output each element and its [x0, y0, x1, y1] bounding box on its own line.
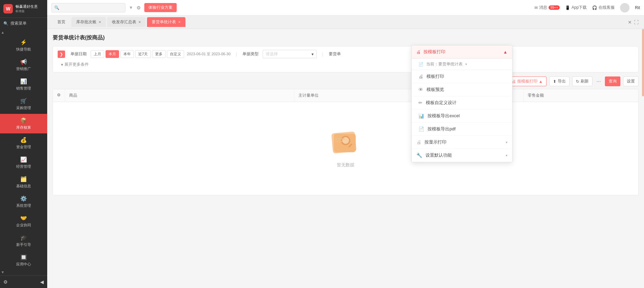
sidebar-item-system[interactable]: ⚙️ 系统管理: [0, 192, 47, 212]
default-settings-left: 🔧 设置默认功能: [416, 152, 452, 158]
sales-icon: 📊: [20, 78, 27, 85]
empty-text: 暂无数据: [337, 162, 354, 168]
user-avatar[interactable]: [620, 3, 630, 12]
settings-icon[interactable]: ⚙: [3, 279, 8, 285]
online-service-label: 在线客服: [598, 5, 615, 10]
dropdown-item-template-design[interactable]: ✏ 模板自定义设计: [412, 96, 512, 109]
expand-icon: ▾: [61, 62, 63, 67]
date-btn-custom[interactable]: 自定义: [167, 50, 184, 58]
messages-btn[interactable]: ✉ 消息 99++: [534, 5, 560, 10]
type-filter-select[interactable]: 请选择 ▾: [263, 50, 317, 58]
empty-magnifier: [341, 136, 350, 145]
industry-solution-btn[interactable]: 体验行业方案: [144, 3, 177, 12]
filter-toggle-btn[interactable]: ❯: [58, 51, 65, 58]
date-btn-more[interactable]: 更多: [152, 50, 166, 58]
type-filter-value: 请选择: [266, 51, 278, 57]
dropdown-item-template-preview[interactable]: 👁 模板预览: [412, 83, 512, 96]
tab-home-label: 首页: [57, 19, 65, 25]
empty-line2: [335, 141, 342, 142]
dropdown-header-left: 🖨 按模板打印: [416, 49, 445, 55]
notif-badge: 99++: [549, 5, 560, 10]
date-btn-last-month[interactable]: 上月: [91, 50, 104, 58]
settings-btn[interactable]: 设置: [623, 76, 639, 86]
col-settings[interactable]: ⚙: [53, 89, 65, 102]
query-btn[interactable]: 查询: [605, 76, 620, 86]
filter-expand-toggle[interactable]: ❯: [58, 51, 65, 58]
scroll-down-btn[interactable]: ▼: [0, 269, 5, 276]
system-icon: ⚙️: [20, 195, 27, 202]
template-print-label: 模板打印: [427, 73, 444, 79]
printer-header-icon: 🖨: [416, 50, 421, 55]
purchase-label: 采购管理: [16, 105, 31, 110]
current-doc-icon: 📄: [418, 62, 423, 67]
tab-order-stats[interactable]: 要货单统计表 ✕: [147, 17, 185, 27]
topbar-search-box[interactable]: 🔍: [51, 3, 125, 12]
print-arrow-icon: ▲: [539, 79, 543, 84]
right-scrollbar[interactable]: [642, 29, 644, 96]
current-template-label: 当前：要货单统计表: [426, 61, 463, 67]
sidebar-item-basics[interactable]: 🗂️ 基础信息: [0, 172, 47, 192]
topbar-gear-icon[interactable]: ⚙: [137, 5, 141, 10]
expand-more-btn[interactable]: ▾ 展开更多条件: [58, 60, 634, 69]
sidebar-item-inventory[interactable]: 📦 库存核算: [0, 114, 47, 133]
tab-inventory-batch[interactable]: 库存批次账 ✕: [71, 17, 106, 27]
sidebar-item-guide[interactable]: 🎓 新手引导: [0, 231, 47, 251]
guide-icon: 🎓: [20, 234, 27, 241]
toolbar-more-btn[interactable]: ···: [595, 78, 602, 85]
tab-receipts-summary[interactable]: 收发存汇总表 ✕: [107, 17, 146, 27]
sidebar-item-purchase[interactable]: 🛒 采购管理: [0, 94, 47, 114]
app-name: 畅赢通好生意: [16, 4, 38, 9]
dropdown-item-template-print[interactable]: 🖨 模板打印: [412, 70, 512, 83]
marketing-icon: 📢: [20, 59, 27, 65]
date-btn-this-year[interactable]: 本年: [120, 50, 134, 58]
dropdown-sub-display-print[interactable]: 🖨 按显示打印 ▾: [412, 136, 512, 149]
dropdown-item-export-pdf[interactable]: 📄 按模板导出pdf: [412, 123, 512, 136]
export-pdf-icon: 📄: [418, 126, 424, 132]
dropdown-item-export-excel[interactable]: 📊 按模板导出excel: [412, 109, 512, 123]
tab-close-all-icon[interactable]: ✕: [628, 20, 632, 25]
date-btn-7days[interactable]: 近7天: [135, 50, 151, 58]
refresh-btn[interactable]: ↻ 刷新: [572, 76, 592, 86]
filter-bar: ❯ 单据日期 上月 本月 本年 近7天 更多 自定义 2023-06-01 至 …: [53, 46, 639, 72]
filter-expand-row: ▾ 展开更多条件: [58, 60, 634, 69]
collapse-icon[interactable]: ◀: [40, 279, 44, 285]
print-template-btn[interactable]: 🖨 按模板打印 ▲: [508, 76, 547, 86]
display-print-icon: 🖨: [416, 139, 421, 145]
basics-label: 基础信息: [16, 184, 31, 189]
sidebar-item-marketing[interactable]: 📢 营销推广: [0, 55, 47, 75]
online-service-btn[interactable]: 🎧 在线客服: [592, 5, 615, 10]
current-template-row[interactable]: 📄 当前：要货单统计表 ▾: [412, 59, 512, 70]
scroll-up-btn[interactable]: ▲: [0, 29, 5, 36]
dropdown-sub-default-settings[interactable]: 🔧 设置默认功能 ▾: [412, 149, 512, 162]
date-btn-this-month[interactable]: 本月: [106, 50, 119, 58]
app-download-btn[interactable]: 📱 App下载: [565, 5, 587, 10]
tab-expand-icon[interactable]: ⛶: [634, 20, 639, 25]
sidebar-item-appcenter[interactable]: 🔲 应用中心: [0, 251, 47, 269]
tab-inventory-batch-label: 库存批次账: [76, 19, 96, 25]
sidebar-item-operations[interactable]: 📈 经营管理: [0, 153, 47, 172]
page-title: 要货单统计表(按商品): [53, 34, 639, 41]
sidebar-item-quicknav[interactable]: ⚡ 快捷导航: [0, 36, 47, 55]
refresh-icon: ↻: [576, 79, 579, 84]
export-icon: ⬆: [553, 79, 556, 84]
dropdown-header[interactable]: 🖨 按模板打印 ▲: [412, 45, 512, 59]
tab-order-stats-close[interactable]: ✕: [178, 20, 181, 24]
sidebar-search[interactable]: 🔍 搜索菜单: [0, 18, 47, 29]
export-btn[interactable]: ⬆ 导出: [549, 76, 569, 86]
finance-icon: 💰: [20, 137, 27, 143]
tab-home[interactable]: 首页: [53, 17, 70, 27]
topbar-chevron[interactable]: ▼: [129, 5, 133, 10]
logo-icon: W: [3, 4, 13, 13]
col-unit: 主计量单位: [294, 89, 409, 102]
app-logo: W 畅赢通好生意 标准版: [0, 0, 47, 18]
sidebar-item-collab[interactable]: 🤝 企业协同: [0, 212, 47, 231]
export-excel-icon: 📊: [418, 113, 424, 119]
sidebar-item-finance[interactable]: 💰 资金管理: [0, 133, 47, 153]
display-print-chevron: ▾: [506, 140, 507, 144]
tab-inventory-batch-close[interactable]: ✕: [98, 20, 101, 24]
sidebar-item-sales[interactable]: 📊 销售管理: [0, 75, 47, 94]
headset-icon: 🎧: [592, 5, 597, 10]
dropdown-header-right: ▲: [503, 50, 507, 55]
tab-receipts-summary-close[interactable]: ✕: [138, 20, 141, 24]
operations-label: 经营管理: [16, 164, 31, 169]
